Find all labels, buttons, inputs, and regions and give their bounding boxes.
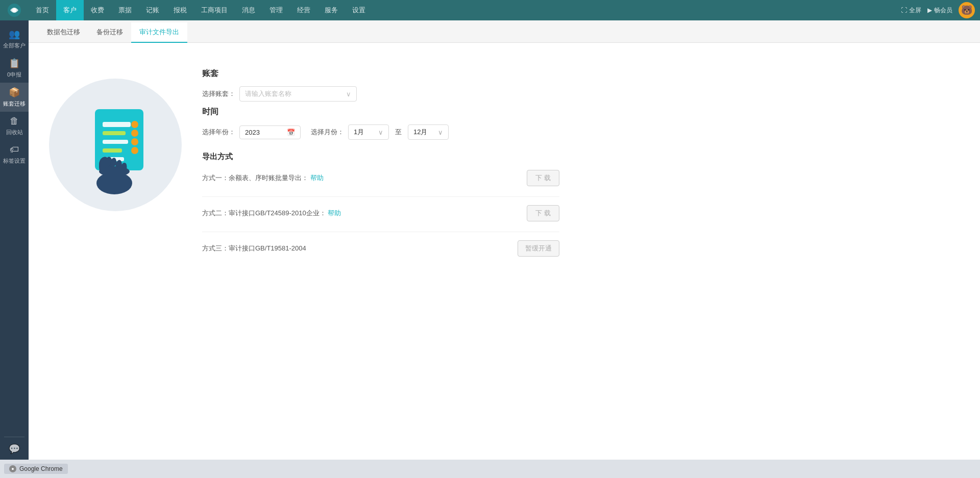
sidebar-item-account-migration[interactable]: 📦 账套迁移 [0, 83, 29, 112]
time-separator: 至 [393, 128, 404, 137]
all-clients-icon: 👥 [9, 29, 20, 40]
tag-settings-icon: 🏷 [10, 144, 19, 155]
export-method-3-label: 方式三：审计接口GB/T19581-2004 [202, 244, 511, 253]
month-start-select[interactable]: 1月 ∨ [348, 124, 389, 140]
nav-items: 首页 客户 收费 票据 记账 报税 工商项目 消息 管理 经营 服务 设置 [29, 0, 901, 20]
svg-rect-3 [103, 122, 131, 127]
export-method-3-open-btn[interactable]: 暂缓开通 [518, 240, 559, 257]
sidebar-divider [4, 437, 24, 437]
export-section-title: 导出方式 [202, 152, 559, 162]
sidebar-item-label-all-clients: 全部客户 [3, 42, 26, 49]
svg-point-10 [131, 138, 138, 145]
sidebar-item-tag-settings[interactable]: 🏷 标签设置 [0, 140, 29, 169]
taskbar-chrome-icon: ● [9, 465, 16, 472]
account-section-title: 账套 [202, 68, 559, 79]
svg-rect-5 [103, 140, 128, 144]
export-method-3-row: 方式三：审计接口GB/T19581-2004 暂缓开通 [202, 240, 559, 257]
tab-backup-migration[interactable]: 备份迁移 [88, 22, 131, 43]
export-method-2-help[interactable]: 帮助 [328, 209, 341, 217]
account-select-placeholder: 请输入账套名称 [245, 89, 291, 98]
content-area: 账套 选择账套： 请输入账套名称 ∨ 时间 选择年份： 2023 📅 选择月份：… [29, 43, 980, 478]
nav-invoices[interactable]: 票据 [111, 0, 139, 20]
time-row: 选择年份： 2023 📅 选择月份： 1月 ∨ 至 12月 ∨ [202, 124, 559, 140]
taskbar-chrome-label: Google Chrome [19, 465, 63, 472]
export-divider-1 [202, 196, 559, 197]
vip-icon: ▶ [927, 7, 932, 14]
month-start-value: 1月 [354, 128, 364, 137]
nav-home[interactable]: 首页 [29, 0, 56, 20]
fullscreen-btn[interactable]: ⛶ 全屏 [901, 6, 921, 15]
top-nav: 首页 客户 收费 票据 记账 报税 工商项目 消息 管理 经营 服务 设置 ⛶ … [0, 0, 980, 20]
sidebar-item-label-account-migration: 账套迁移 [3, 100, 26, 108]
svg-point-9 [131, 130, 138, 137]
form-section: 账套 选择账套： 请输入账套名称 ∨ 时间 选择年份： 2023 📅 选择月份：… [202, 58, 559, 463]
year-value: 2023 [245, 129, 260, 136]
account-migration-icon: 📦 [9, 87, 20, 98]
sidebar-item-label-recycle: 回收站 [6, 129, 23, 136]
svg-point-11 [131, 147, 138, 154]
month-end-select[interactable]: 12月 ∨ [408, 124, 449, 140]
svg-point-8 [131, 121, 138, 128]
nav-business[interactable]: 工商项目 [194, 0, 235, 20]
export-method-2-label: 方式二：审计接口GB/T24589-2010企业： 帮助 [202, 209, 521, 218]
nav-bookkeeping[interactable]: 记账 [139, 0, 166, 20]
time-section-title: 时间 [202, 107, 559, 117]
tab-audit-export[interactable]: 审计文件导出 [131, 22, 187, 43]
month-end-value: 12月 [413, 128, 427, 137]
taskbar: ● Google Chrome [0, 460, 980, 478]
left-sidebar: 👥 全部客户 📋 0申报 📦 账套迁移 🗑 回收站 🏷 标签设置 💬 ❓ [0, 20, 29, 478]
nav-fees[interactable]: 收费 [84, 0, 111, 20]
sidebar-item-label-zero-declare: 0申报 [7, 71, 21, 79]
nav-right: ⛶ 全屏 ▶ 畅会员 🐻 [901, 2, 975, 18]
account-select-row: 选择账套： 请输入账套名称 ∨ [202, 86, 559, 102]
zero-declare-icon: 📋 [9, 58, 20, 69]
main-content: 数据包迁移 备份迁移 审计文件导出 [29, 20, 980, 478]
fullscreen-icon: ⛶ [901, 7, 907, 14]
nav-operations[interactable]: 经营 [290, 0, 317, 20]
nav-settings[interactable]: 设置 [345, 0, 373, 20]
sidebar-item-label-tag-settings: 标签设置 [3, 157, 26, 165]
vip-btn[interactable]: ▶ 畅会员 [927, 6, 952, 15]
nav-tax[interactable]: 报税 [166, 0, 194, 20]
svg-rect-6 [103, 148, 122, 153]
taskbar-chrome[interactable]: ● Google Chrome [4, 464, 68, 474]
nav-services[interactable]: 服务 [317, 0, 345, 20]
year-input[interactable]: 2023 📅 [239, 125, 301, 139]
nav-messages[interactable]: 消息 [235, 0, 262, 20]
svg-point-13 [99, 166, 130, 177]
message-icon: 💬 [9, 443, 20, 455]
export-method-2-download-btn[interactable]: 下 载 [527, 205, 559, 221]
nav-admin[interactable]: 管理 [262, 0, 290, 20]
sidebar-item-message[interactable]: 💬 [0, 439, 29, 459]
tab-bar: 数据包迁移 备份迁移 审计文件导出 [29, 20, 980, 43]
export-method-1-download-btn[interactable]: 下 载 [527, 170, 559, 186]
account-select-input[interactable]: 请输入账套名称 ∨ [239, 86, 357, 102]
recycle-icon: 🗑 [10, 116, 19, 127]
export-method-1-label: 方式一：余额表、序时账批量导出： 帮助 [202, 173, 521, 183]
illustration-circle [49, 79, 182, 211]
avatar[interactable]: 🐻 [959, 2, 975, 18]
app-logo[interactable] [5, 1, 23, 19]
month-start-chevron-icon: ∨ [378, 129, 383, 136]
export-method-2-row: 方式二：审计接口GB/T24589-2010企业： 帮助 下 载 [202, 205, 559, 221]
account-select-chevron-icon: ∨ [346, 90, 351, 98]
sidebar-item-all-clients[interactable]: 👥 全部客户 [0, 24, 29, 54]
svg-point-1 [12, 8, 16, 12]
month-end-chevron-icon: ∨ [438, 129, 443, 136]
export-method-1-row: 方式一：余额表、序时账批量导出： 帮助 下 载 [202, 170, 559, 186]
illustration-wrap [49, 58, 182, 463]
month-label: 选择月份： [311, 128, 344, 137]
nav-clients[interactable]: 客户 [56, 0, 84, 20]
account-select-label: 选择账套： [202, 89, 235, 98]
svg-rect-4 [103, 131, 126, 135]
export-divider-2 [202, 232, 559, 232]
sidebar-item-zero-declare[interactable]: 📋 0申报 [0, 54, 29, 83]
sidebar-item-recycle[interactable]: 🗑 回收站 [0, 112, 29, 140]
export-method-1-help[interactable]: 帮助 [310, 174, 324, 182]
calendar-icon: 📅 [287, 129, 295, 136]
illustration-svg [69, 94, 161, 196]
year-label: 选择年份： [202, 128, 235, 137]
tab-data-migration[interactable]: 数据包迁移 [39, 22, 88, 43]
